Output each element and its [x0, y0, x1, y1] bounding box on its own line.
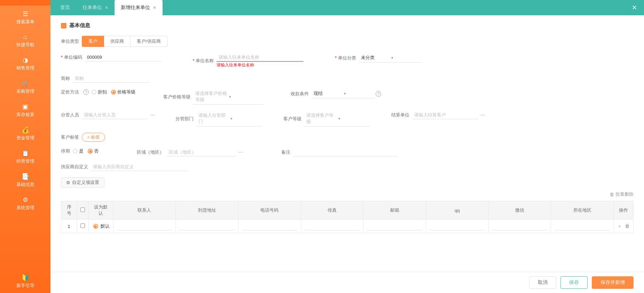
- select-all-checkbox[interactable]: [80, 207, 85, 212]
- sales-icon: ◑: [23, 56, 28, 64]
- col-checkbox: [77, 201, 89, 220]
- unit-name-input[interactable]: [217, 53, 304, 62]
- sidebar-item-basic-info[interactable]: 📑 基础信息: [0, 169, 50, 192]
- manager-group: 分管人员 ···: [61, 111, 155, 119]
- payment-terms-info-icon[interactable]: ?: [376, 91, 381, 97]
- payment-terms-select[interactable]: 现结 ▾: [312, 89, 374, 98]
- pricing-radio-group: 折扣 价格等级: [92, 89, 135, 95]
- sidebar-item-finance[interactable]: 💰 资金管理: [0, 122, 50, 145]
- unit-code-input[interactable]: [85, 53, 162, 62]
- yes-radio-circle: [73, 149, 78, 154]
- tab-contacts[interactable]: 往来单位 ✕: [76, 0, 115, 15]
- basic-info-icon: 📑: [22, 173, 29, 180]
- region-input[interactable]: [167, 148, 236, 156]
- payment-terms-value: 现结: [314, 90, 342, 97]
- add-tag-button[interactable]: + 标签: [82, 133, 105, 142]
- pricing-info-icon[interactable]: ?: [83, 89, 89, 95]
- tab-contacts-label: 往来单位: [83, 5, 102, 11]
- cancel-button[interactable]: 取消: [529, 276, 556, 289]
- dept-select[interactable]: 请输入分管部门 ▾: [196, 111, 262, 127]
- row-checkbox[interactable]: [80, 223, 85, 228]
- settlement-group: 结算单位 ···: [391, 111, 485, 119]
- sidebar-item-search-menu[interactable]: ☰ 搜索菜单: [0, 6, 50, 29]
- row-delete-icon[interactable]: 🗑: [625, 223, 630, 229]
- manager-input[interactable]: [82, 111, 148, 119]
- remarks-label: 备注: [281, 149, 290, 155]
- row-fax-input[interactable]: [305, 222, 360, 230]
- content-area: 基本信息 单位类型 客户 供应商 客户/供应商 单位编码 单位名称: [50, 15, 644, 293]
- remarks-input[interactable]: [293, 148, 398, 156]
- sidebar-item-inventory[interactable]: ▣ 库存核算: [0, 99, 50, 122]
- alias-input[interactable]: [73, 74, 149, 83]
- disabled-yes-item[interactable]: 是: [73, 148, 84, 154]
- row-default-radio[interactable]: 默认: [92, 223, 109, 229]
- gear-icon: ⚙: [66, 180, 70, 185]
- sidebar-item-sys[interactable]: ⚙ 系统管理: [0, 192, 50, 215]
- tag-group: 客户标签 + 标签: [61, 133, 105, 142]
- row-region-input[interactable]: [555, 222, 610, 230]
- type-btn-customer[interactable]: 客户: [82, 36, 104, 47]
- row-address-input[interactable]: [179, 222, 235, 230]
- sidebar-item-quick-nav[interactable]: ⌂ 快捷导航: [0, 29, 50, 52]
- pricing-radio-level[interactable]: 价格等级: [111, 89, 135, 95]
- col-seq: 序号: [61, 201, 77, 220]
- tab-home[interactable]: 首页: [54, 0, 76, 15]
- sidebar-item-label: 资金管理: [16, 135, 34, 141]
- region-more-icon[interactable]: ···: [238, 149, 243, 155]
- section-title: 基本信息: [69, 22, 90, 29]
- cust-level-placeholder: 请选择客户等级: [306, 112, 336, 125]
- sidebar-item-ops[interactable]: 📋 经营管理: [0, 145, 50, 169]
- manager-label: 分管人员: [61, 112, 79, 118]
- table-body: 1 默认: [61, 220, 634, 233]
- settlement-more-icon[interactable]: ···: [480, 112, 485, 118]
- save-new-button[interactable]: 保存并新增: [592, 276, 634, 289]
- disabled-no-item[interactable]: 否: [88, 148, 99, 154]
- type-btn-supplier[interactable]: 供应商: [104, 36, 131, 47]
- row-phone-input[interactable]: [242, 222, 297, 230]
- disabled-radio-group: 是 否: [73, 148, 99, 154]
- row-qq-input[interactable]: [430, 222, 485, 230]
- disabled-group: 停用 是 否: [61, 148, 99, 154]
- ops-icon: 📋: [22, 149, 29, 157]
- cust-price-level-arrow: ▾: [229, 95, 261, 99]
- sidebar-item-sales[interactable]: ◑ 销售管理: [0, 52, 50, 75]
- footer: 取消 保存 保存并新增: [50, 272, 644, 293]
- cust-price-level-select[interactable]: 请选择客户价格等级 ▾: [193, 89, 263, 105]
- manager-more-icon[interactable]: ···: [150, 112, 155, 118]
- row-contact-input[interactable]: [117, 222, 172, 230]
- disabled-label: 停用: [61, 148, 70, 154]
- col-region: 所在地区: [551, 201, 614, 220]
- inventory-icon: ▣: [22, 103, 28, 111]
- discount-radio-circle: [92, 90, 96, 95]
- cust-price-level-group: 客户价格等级 请选择客户价格等级 ▾: [163, 89, 263, 105]
- manager-row: 分管人员 ··· 分管部门 请输入分管部门 ▾ 客户等级 请选择客户等级 ▾ 结…: [61, 111, 634, 127]
- row-email-input[interactable]: [367, 222, 422, 230]
- tab-new-contact[interactable]: 新增往来单位 ✕: [115, 0, 163, 15]
- row-add-icon[interactable]: ＋: [617, 223, 622, 229]
- payment-terms-group: 收款条件 现结 ▾ ?: [291, 89, 381, 98]
- disabled-no-label: 否: [94, 148, 99, 154]
- batch-delete-label[interactable]: 批量删除: [615, 191, 634, 197]
- cust-level-select[interactable]: 请选择客户等级 ▾: [304, 111, 370, 127]
- row-default-cell: 默认: [89, 220, 113, 233]
- sidebar-item-label: 搜索菜单: [16, 19, 34, 25]
- default-radio-checked: [93, 224, 98, 229]
- save-button[interactable]: 保存: [560, 276, 588, 289]
- settlement-input[interactable]: [412, 111, 478, 119]
- custom-settings-button[interactable]: ⚙ 自定义项设置: [61, 177, 104, 188]
- unit-type-label: 单位类型: [61, 38, 79, 44]
- col-qq: qq: [426, 201, 488, 220]
- supplier-custom-input[interactable]: [91, 163, 188, 171]
- supplier-custom-group: 供应商自定义: [61, 163, 188, 171]
- unit-category-select[interactable]: 未分类 ▾: [359, 53, 422, 63]
- finance-icon: 💰: [22, 126, 29, 134]
- tab-contacts-close[interactable]: ✕: [105, 5, 108, 10]
- tab-new-contact-close[interactable]: ✕: [153, 5, 156, 10]
- pricing-radio-discount[interactable]: 折扣: [92, 89, 107, 95]
- col-email: 邮箱: [363, 201, 426, 220]
- sidebar-item-purchase[interactable]: 🛒 采购管理: [0, 75, 50, 99]
- tab-bar-close-all[interactable]: ✕: [628, 4, 641, 11]
- type-btn-both[interactable]: 客户/供应商: [131, 36, 167, 47]
- row-wechat-input[interactable]: [492, 222, 548, 230]
- sidebar-item-newbie[interactable]: 🔰 新手引导: [0, 270, 50, 293]
